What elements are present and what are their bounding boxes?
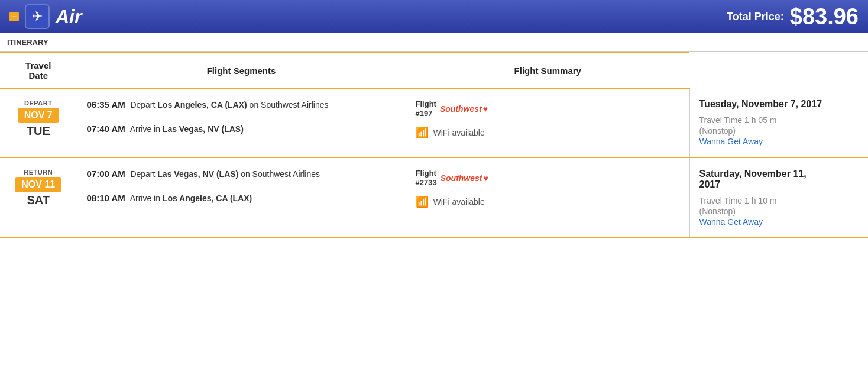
depart-flight-info: Flight#197 Southwest♥ 📶 WiFi available	[416, 99, 680, 139]
return-date-badge: NOV 11	[15, 177, 61, 192]
depart-segments: 06:35 AM Depart Los Angeles, CA (LAX) on…	[87, 99, 396, 140]
depart-segments-cell: 06:35 AM Depart Los Angeles, CA (LAX) on…	[77, 88, 406, 157]
return-arrive-segment: 08:10 AM Arrive in Los Angeles, CA (LAX)	[87, 193, 396, 203]
return-arrive-time: 08:10 AM	[87, 193, 128, 203]
col-flight-summary: Flight Summary	[406, 53, 689, 88]
return-flight-info-cell: Flight#2733 Southwest♥ 📶 WiFi available	[406, 157, 689, 238]
arrive-time: 07:40 AM	[87, 124, 128, 134]
col-flight-segments: Flight Segments	[77, 53, 406, 88]
return-depart-segment: 07:00 AM Depart Las Vegas, NV (LAS) on S…	[87, 169, 396, 179]
return-date-cell: RETURN NOV 11 SAT	[0, 157, 77, 238]
depart-date-badge: NOV 7	[18, 108, 59, 123]
return-fare-class[interactable]: Wanna Get Away	[699, 217, 859, 227]
app-title: Air	[56, 6, 82, 28]
col-travel-date: TravelDate	[0, 53, 77, 88]
southwest-logo-depart: Southwest♥	[440, 104, 488, 114]
return-wifi-row: 📶 WiFi available	[416, 195, 680, 208]
depart-nonstop: (Nonstop)	[699, 126, 859, 136]
return-travel-time: Travel Time 1 h 10 m	[699, 196, 859, 205]
wifi-text-depart: WiFi available	[433, 128, 485, 137]
depart-flight-info-cell: Flight#197 Southwest♥ 📶 WiFi available	[406, 88, 689, 157]
southwest-heart: ♥	[483, 104, 488, 114]
depart-segment: 06:35 AM Depart Los Angeles, CA (LAX) on…	[87, 99, 396, 109]
return-nonstop: (Nonstop)	[699, 207, 859, 216]
depart-summary-date: Tuesday, November 7, 2017	[699, 99, 859, 109]
return-depart-desc: Depart Las Vegas, NV (LAS) on Southwest …	[130, 169, 320, 179]
depart-location: Los Angeles, CA (LAX)	[157, 100, 247, 109]
return-arrive-location: Los Angeles, CA (LAX)	[163, 194, 252, 203]
app-icon: ✈	[25, 4, 50, 29]
wifi-icon-depart: 📶	[416, 126, 429, 139]
table-header-row: TravelDate Flight Segments Flight Summar…	[0, 53, 868, 88]
flight-table: TravelDate Flight Segments Flight Summar…	[0, 52, 868, 238]
depart-date: DEPART NOV 7 TUE	[9, 99, 67, 138]
southwest-text: Southwest	[440, 104, 482, 114]
southwest-logo-return: Southwest♥	[441, 173, 488, 183]
depart-date-cell: DEPART NOV 7 TUE	[0, 88, 77, 157]
arrive-segment: 07:40 AM Arrive in Las Vegas, NV (LAS)	[87, 124, 396, 134]
table-row: DEPART NOV 7 TUE 06:35 AM Depart Los Ang…	[0, 88, 868, 157]
depart-time: 06:35 AM	[87, 99, 128, 109]
return-summary-date: Saturday, November 11,2017	[699, 169, 859, 190]
southwest-text-return: Southwest	[441, 173, 482, 183]
return-flight-info: Flight#2733 Southwest♥ 📶 WiFi available	[416, 169, 680, 208]
table-row: RETURN NOV 11 SAT 07:00 AM Depart Las Ve…	[0, 157, 868, 238]
return-segments-cell: 07:00 AM Depart Las Vegas, NV (LAS) on S…	[77, 157, 406, 238]
header-left: − ✈ Air	[9, 4, 82, 29]
return-depart-location: Las Vegas, NV (LAS)	[157, 169, 238, 179]
wifi-text-return: WiFi available	[433, 197, 485, 207]
depart-summary: Tuesday, November 7, 2017 Travel Time 1 …	[699, 99, 859, 146]
depart-summary-cell: Tuesday, November 7, 2017 Travel Time 1 …	[689, 88, 868, 157]
trip-type-depart: DEPART	[24, 99, 52, 107]
depart-wifi-row: 📶 WiFi available	[416, 126, 680, 139]
total-price-label: Total Price:	[727, 11, 784, 23]
itinerary-label: ITINERARY	[0, 33, 868, 52]
return-depart-time: 07:00 AM	[87, 169, 128, 179]
total-price-value: $83.96	[790, 4, 859, 30]
return-segments: 07:00 AM Depart Las Vegas, NV (LAS) on S…	[87, 169, 396, 209]
arrive-location: Las Vegas, NV (LAS)	[163, 124, 244, 134]
airplane-icon: ✈	[32, 9, 43, 24]
depart-day: TUE	[27, 124, 50, 138]
return-day: SAT	[27, 194, 50, 207]
southwest-heart-return: ♥	[483, 173, 488, 183]
app-header: − ✈ Air Total Price: $83.96	[0, 0, 868, 33]
header-price-section: Total Price: $83.96	[727, 4, 859, 30]
minimize-icon: −	[12, 12, 16, 21]
wifi-icon-return: 📶	[416, 195, 429, 208]
return-summary: Saturday, November 11,2017 Travel Time 1…	[699, 169, 859, 227]
return-date: RETURN NOV 11 SAT	[9, 169, 67, 207]
return-arrive-desc: Arrive in Los Angeles, CA (LAX)	[130, 194, 252, 203]
depart-fare-class[interactable]: Wanna Get Away	[699, 137, 859, 146]
depart-travel-time: Travel Time 1 h 05 m	[699, 115, 859, 125]
arrive-desc: Arrive in Las Vegas, NV (LAS)	[130, 124, 244, 134]
depart-flight-label: Flight#197	[416, 99, 436, 118]
minimize-button[interactable]: −	[9, 12, 19, 21]
trip-type-return: RETURN	[24, 169, 53, 176]
return-summary-cell: Saturday, November 11,2017 Travel Time 1…	[689, 157, 868, 238]
return-flight-label: Flight#2733	[416, 169, 437, 187]
depart-desc: Depart Los Angeles, CA (LAX) on Southwes…	[130, 100, 328, 109]
return-flight-number-row: Flight#2733 Southwest♥	[416, 169, 680, 187]
depart-flight-number-row: Flight#197 Southwest♥	[416, 99, 680, 118]
